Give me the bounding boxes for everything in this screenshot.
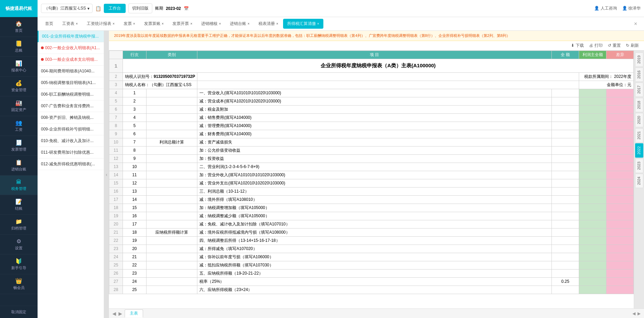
profit-cell[interactable] (579, 269, 606, 277)
amount-cell[interactable] (552, 154, 579, 163)
ai-btn[interactable]: 👤 人工咨询 (594, 5, 617, 11)
diff-cell[interactable] (606, 130, 634, 138)
amount-cell[interactable] (552, 228, 579, 236)
sheet-prev-arrow[interactable]: ◀ (112, 311, 116, 316)
item-cell[interactable]: 五、应纳税所得额（19-20-21-22） (197, 269, 552, 277)
company-selector[interactable]: （勾删）江西服宝-LSS ▾ (41, 4, 93, 13)
item-cell[interactable]: 税率（25%） (197, 277, 552, 286)
profit-cell[interactable] (579, 195, 606, 204)
sidebar-unpin-btn[interactable]: 取消固定 (0, 306, 38, 318)
tab-active-close-icon[interactable]: × (317, 22, 319, 26)
profit-cell[interactable] (579, 236, 606, 245)
diff-cell[interactable] (606, 286, 634, 294)
table-wrapper[interactable]: 行次 类别 项 目 全 额 利润主全额 差异 1 企业所得税年度纳税申报表（A类… (109, 51, 634, 309)
print-button[interactable]: 🖨 打印 (589, 43, 603, 49)
item-cell[interactable]: 加：纳税调整增加额（填写A105000） (197, 204, 552, 212)
profit-cell[interactable] (579, 253, 606, 261)
profit-cell[interactable] (579, 130, 606, 138)
diff-cell[interactable] (606, 277, 634, 286)
amount-cell[interactable] (552, 269, 579, 277)
item-cell[interactable]: 加：公允价值变动收益 (197, 146, 552, 154)
diff-cell[interactable] (606, 89, 634, 97)
diff-cell[interactable] (606, 113, 634, 122)
item-cell[interactable]: 三、利润总额（10-11-12） (197, 187, 552, 195)
item-cell[interactable]: 六、应纳所得税额（23×24） (197, 286, 552, 294)
tab-close-icon[interactable]: × (248, 22, 250, 26)
tab-invoice[interactable]: 发票 × (120, 19, 139, 29)
amount-cell[interactable] (552, 171, 579, 179)
diff-cell[interactable] (606, 154, 634, 163)
left-panel-item-007[interactable]: 007-广告费和业务宣传费跨... (38, 100, 104, 112)
year-tab-2024[interactable]: 2024 (635, 174, 643, 188)
tab-close-icon[interactable]: × (113, 22, 115, 26)
tab-sales-ledger[interactable]: 进销台账 × (226, 19, 254, 29)
profit-cell[interactable] (579, 286, 606, 294)
sidebar-item-sales[interactable]: 📋 进销台账 (0, 156, 38, 176)
left-panel-item-006[interactable]: 006-职工薪酬纳税调整明细... (38, 89, 104, 100)
amount-cell[interactable] (552, 212, 579, 220)
item-cell[interactable]: 减：财务费用(填写A104000) (197, 130, 552, 138)
item-cell[interactable]: 减：销售费用(填写A104000) (197, 113, 552, 122)
left-panel-item-004[interactable]: 004-期间费用明细表(A1040... (38, 66, 104, 77)
tab-close-icon[interactable]: × (276, 22, 278, 26)
amount-cell[interactable] (552, 163, 579, 171)
left-panel-item-012[interactable]: 012-减免所得税优惠明细表(... (38, 158, 104, 170)
item-cell[interactable]: 减：营业成本(填写A102010\102020\103000) (197, 97, 552, 105)
year-tab-2021[interactable]: 2021 (635, 128, 643, 142)
diff-cell[interactable] (606, 195, 634, 204)
left-panel-item-010[interactable]: 010-免税、减计收入及加计... (38, 135, 104, 147)
download-button[interactable]: ⬇ 下载 (571, 43, 584, 49)
item-cell[interactable]: 加：投资收益 (197, 154, 552, 163)
profit-cell[interactable] (579, 212, 606, 220)
diff-cell[interactable] (606, 179, 634, 187)
profit-cell[interactable] (579, 163, 606, 171)
profit-cell[interactable] (579, 138, 606, 146)
calendar-icon[interactable]: 📅 (184, 6, 189, 11)
year-tab-2017[interactable]: 2017 (635, 82, 643, 97)
tab-close-icon[interactable]: × (76, 22, 78, 26)
year-tab-2018[interactable]: 2018 (635, 98, 643, 112)
panel-collapse-btn[interactable]: ‹ (104, 31, 109, 318)
profit-cell[interactable] (579, 171, 606, 179)
item-cell[interactable]: 减：资产减值损失 (197, 138, 552, 146)
item-cell[interactable]: 减：纳税调整减少额（填写A105000） (197, 212, 552, 220)
tab-payroll-stats[interactable]: 工资统计报表 × (83, 19, 119, 29)
year-tab-2020[interactable]: 2020 (635, 113, 643, 127)
left-panel-item-011[interactable]: 011-研发费用加计扣除优惠... (38, 147, 104, 158)
sidebar-item-close[interactable]: 📝 结账 (0, 195, 38, 215)
amount-cell[interactable] (552, 220, 579, 228)
diff-cell[interactable] (606, 171, 634, 179)
diff-cell[interactable] (606, 97, 634, 105)
item-cell[interactable]: 一、营业收入(填写A101010\101020\103000) (197, 89, 552, 97)
user-avatar[interactable]: 👤 徐泽华 (622, 5, 641, 11)
tab-close-icon[interactable]: × (219, 22, 221, 26)
sidebar-item-tax[interactable]: 🏛 税务管理 (0, 176, 38, 195)
sheet-next-arrow[interactable]: ▶ (118, 311, 122, 316)
sidebar-item-invoices[interactable]: 🧾 发票管理 (0, 136, 38, 156)
amount-cell[interactable] (552, 261, 579, 269)
amount-cell[interactable] (552, 286, 579, 294)
sidebar-item-payroll[interactable]: 👥 工资 (0, 116, 38, 136)
sidebar-item-home[interactable]: 🏠 首页 (0, 17, 38, 37)
profit-cell[interactable] (579, 245, 606, 253)
amount-cell[interactable] (552, 113, 579, 122)
reset-button[interactable]: ↺ 重置 (608, 43, 621, 49)
diff-cell[interactable] (606, 105, 634, 113)
profit-cell[interactable] (579, 228, 606, 236)
sidebar-item-settings[interactable]: ⚙ 设置 (0, 235, 38, 254)
profit-cell[interactable] (579, 122, 606, 130)
profit-cell[interactable] (579, 179, 606, 187)
year-tab-2023[interactable]: 2023 (635, 158, 643, 173)
tab-invoice-open[interactable]: 发票开票 × (168, 19, 196, 29)
diff-cell[interactable] (606, 236, 634, 245)
profit-cell[interactable] (579, 105, 606, 113)
sidebar-item-reports[interactable]: 📊 报表中心 (0, 57, 38, 77)
tab-payroll[interactable]: 工资表 × (58, 19, 82, 29)
tab-invoice-calc[interactable]: 发票算账 × (140, 19, 168, 29)
left-panel-item-001[interactable]: 001-企业所得税年度纳税申报... (38, 31, 104, 42)
diff-cell[interactable] (606, 245, 634, 253)
profit-cell[interactable] (579, 154, 606, 163)
switch-version-button[interactable]: 切到旧版 (128, 3, 152, 13)
sidebar-item-guide[interactable]: 🔰 新手引导 (0, 254, 38, 274)
amount-cell[interactable] (552, 245, 579, 253)
